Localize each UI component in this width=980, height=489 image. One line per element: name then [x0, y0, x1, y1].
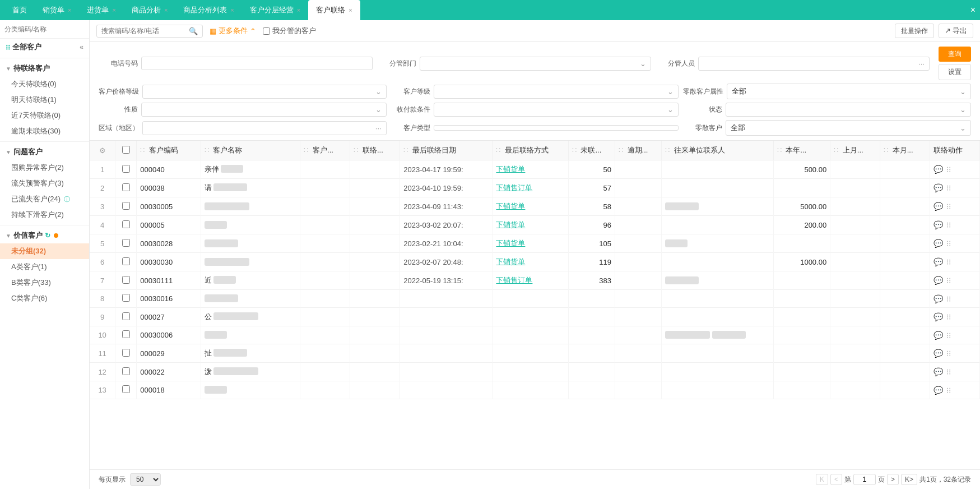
- sidebar-item-overdue-pending[interactable]: 逾期未联络(30): [0, 123, 89, 139]
- menu-icon[interactable]: ⁝⁝: [946, 331, 951, 340]
- select-all-checkbox[interactable]: [122, 146, 130, 154]
- row-checkbox[interactable]: [122, 385, 130, 393]
- query-button[interactable]: 查询: [939, 47, 971, 62]
- chat-icon[interactable]: 💬: [933, 239, 943, 248]
- sidebar-collapse-icon[interactable]: «: [80, 43, 83, 51]
- chat-icon[interactable]: 💬: [933, 386, 943, 395]
- row-last-method-link[interactable]: 下销售订单: [496, 276, 532, 284]
- tab-customer-tier-close[interactable]: ×: [297, 7, 300, 13]
- filter-select-status[interactable]: ⌄: [726, 103, 971, 117]
- menu-icon[interactable]: ⁝⁝: [946, 220, 951, 229]
- menu-icon[interactable]: ⁝⁝: [946, 386, 951, 395]
- row-last-method-link[interactable]: 下销货单: [496, 257, 525, 266]
- tab-product-analysis-list-close[interactable]: ×: [230, 7, 234, 13]
- row-checkbox[interactable]: [122, 276, 130, 284]
- menu-icon[interactable]: ⁝⁝: [946, 294, 951, 303]
- sidebar-item-declining[interactable]: 持续下滑客户(2): [0, 207, 89, 223]
- row-checkbox[interactable]: [122, 294, 130, 302]
- sidebar-item-class-a[interactable]: A类客户(1): [0, 259, 89, 275]
- menu-icon[interactable]: ⁝⁝: [946, 349, 951, 358]
- row-checkbox[interactable]: [122, 202, 130, 210]
- filter-select-nature[interactable]: ⌄: [141, 103, 387, 117]
- menu-icon[interactable]: ⁝⁝: [946, 202, 951, 211]
- footer-next-page[interactable]: >: [887, 474, 899, 485]
- row-last-method-link[interactable]: 下销售订单: [496, 183, 532, 192]
- footer-page-input[interactable]: [853, 474, 876, 485]
- footer-prev-page[interactable]: <: [830, 474, 842, 485]
- chat-icon[interactable]: 💬: [933, 294, 943, 303]
- chat-icon[interactable]: 💬: [933, 220, 943, 229]
- tab-customer-tier[interactable]: 客户分层经营 ×: [242, 0, 308, 20]
- footer-last-page[interactable]: K>: [901, 474, 917, 485]
- filter-select-retail-customer[interactable]: 全部 ⌄: [726, 120, 971, 136]
- footer-first-page[interactable]: K: [816, 474, 828, 485]
- settings-icon[interactable]: ⚙: [99, 146, 106, 155]
- filter-search-input[interactable]: [101, 27, 185, 35]
- row-checkbox[interactable]: [122, 349, 130, 357]
- chat-icon[interactable]: 💬: [933, 331, 943, 340]
- menu-icon[interactable]: ⁝⁝: [946, 312, 951, 321]
- tab-purchase-order[interactable]: 进货单 ×: [79, 0, 123, 20]
- tab-product-analysis[interactable]: 商品分析 ×: [124, 0, 175, 20]
- row-last-method-link[interactable]: 下销货单: [496, 202, 525, 210]
- filter-select-retail-attr[interactable]: 全部 ⌄: [727, 84, 971, 99]
- chat-icon[interactable]: 💬: [933, 276, 943, 285]
- filter-select-manager[interactable]: ···: [698, 57, 930, 71]
- tab-product-analysis-close[interactable]: ×: [164, 7, 168, 13]
- filter-more-conditions[interactable]: ▦ 更多条件 ⌃: [210, 26, 256, 36]
- tab-customer-contact-close[interactable]: ×: [349, 7, 352, 13]
- row-checkbox[interactable]: [122, 183, 130, 191]
- chat-icon[interactable]: 💬: [933, 257, 943, 266]
- row-checkbox[interactable]: [122, 330, 130, 338]
- sidebar-item-abnormal[interactable]: 囤购异常客户(2): [0, 160, 89, 176]
- footer-per-page-select[interactable]: 50 100 200: [130, 473, 161, 486]
- filter-select-region[interactable]: ···: [142, 121, 387, 135]
- tab-home[interactable]: 首页: [4, 0, 35, 20]
- filter-select-price-level[interactable]: ⌄: [142, 85, 387, 99]
- row-checkbox[interactable]: [122, 257, 130, 265]
- filter-select-customer-level[interactable]: ⌄: [434, 85, 679, 99]
- row-checkbox[interactable]: [122, 165, 130, 173]
- menu-icon[interactable]: ⁝⁝: [946, 276, 951, 285]
- sidebar-item-today-pending[interactable]: 今天待联络(0): [0, 76, 89, 92]
- chat-icon[interactable]: 💬: [933, 183, 943, 192]
- menu-icon[interactable]: ⁝⁝: [946, 183, 951, 192]
- sidebar-search-input[interactable]: [4, 25, 89, 33]
- menu-icon[interactable]: ⁝⁝: [946, 367, 951, 376]
- sidebar-item-churn-warning[interactable]: 流失预警客户(3): [0, 176, 89, 191]
- row-checkbox[interactable]: [122, 312, 130, 320]
- menu-icon[interactable]: ⁝⁝: [946, 239, 951, 248]
- row-last-method-link[interactable]: 下销货单: [496, 239, 525, 247]
- my-customers-checkbox[interactable]: [263, 27, 270, 35]
- row-checkbox[interactable]: [122, 367, 130, 375]
- tab-customer-contact[interactable]: 客户联络 ×: [308, 0, 360, 20]
- filter-select-customer-type[interactable]: [434, 125, 679, 131]
- col-settings[interactable]: ⚙: [90, 141, 115, 160]
- tab-bar-close-all[interactable]: ×: [970, 5, 976, 15]
- filter-search-icon[interactable]: 🔍: [189, 27, 198, 35]
- sidebar-group-value[interactable]: ▼ 价值客户 ↻: [0, 228, 89, 243]
- menu-icon[interactable]: ⁝⁝: [946, 257, 951, 266]
- sidebar-item-unclassified[interactable]: 未分组(32): [0, 243, 89, 259]
- export-button[interactable]: ↗ 导出: [939, 24, 973, 38]
- row-checkbox[interactable]: [122, 239, 130, 247]
- sidebar-group-problem[interactable]: ▼ 问题客户: [0, 144, 89, 160]
- sidebar-item-7days-pending[interactable]: 近7天待联络(0): [0, 108, 89, 123]
- sidebar-all-customers[interactable]: ⁝⁝ 全部客户 «: [0, 39, 89, 56]
- sidebar-group-pending[interactable]: ▼ 待联络客户: [0, 61, 89, 76]
- chat-icon[interactable]: 💬: [933, 202, 943, 211]
- menu-icon[interactable]: ⁝⁝: [946, 165, 951, 174]
- batch-ops-button[interactable]: 批量操作: [895, 24, 934, 38]
- filter-input-phone[interactable]: [141, 57, 373, 70]
- row-last-method-link[interactable]: 下销货单: [496, 220, 525, 229]
- sidebar-item-churned[interactable]: 已流失客户(24) ⓘ: [0, 191, 89, 207]
- row-checkbox[interactable]: [122, 220, 130, 228]
- sidebar-item-class-b[interactable]: B类客户(33): [0, 275, 89, 290]
- chat-icon[interactable]: 💬: [933, 349, 943, 358]
- chat-icon[interactable]: 💬: [933, 312, 943, 321]
- tab-purchase-order-close[interactable]: ×: [112, 7, 115, 13]
- tab-sales-order-close[interactable]: ×: [68, 7, 71, 13]
- reset-button[interactable]: 设置: [939, 64, 971, 80]
- chat-icon[interactable]: 💬: [933, 367, 943, 376]
- filter-select-dept[interactable]: ⌄: [420, 57, 651, 71]
